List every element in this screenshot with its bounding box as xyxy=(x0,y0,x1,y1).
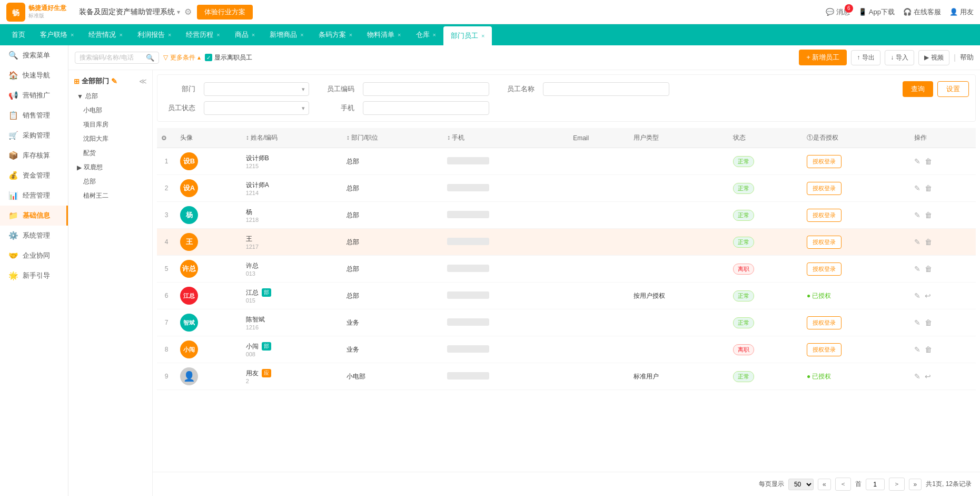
close-icon[interactable]: × xyxy=(398,32,401,38)
tab-history[interactable]: 经营历程 × xyxy=(179,24,227,45)
edit-icon[interactable]: ✎ xyxy=(914,318,920,327)
col-settings[interactable]: ⚙ xyxy=(157,128,176,148)
sidebar-item-sales[interactable]: 📋 销售管理 xyxy=(0,105,68,125)
system-title-dropdown-icon[interactable]: ▾ xyxy=(177,8,180,16)
edit-icon[interactable]: ✎ xyxy=(914,291,920,300)
tab-department[interactable]: 部门员工 × xyxy=(443,26,492,45)
edit-icon[interactable]: ✎ xyxy=(914,211,920,219)
delete-icon[interactable]: 🗑 xyxy=(925,345,932,354)
next-page-btn[interactable]: ＞ xyxy=(889,478,905,491)
restore-icon[interactable]: ↩ xyxy=(925,372,931,381)
query-button[interactable]: 查询 xyxy=(903,81,933,97)
search-input[interactable] xyxy=(80,54,143,61)
emp-name-input[interactable] xyxy=(543,82,669,96)
delete-icon[interactable]: 🗑 xyxy=(925,318,932,327)
close-icon[interactable]: × xyxy=(71,32,74,38)
dept-select[interactable] xyxy=(204,82,309,96)
tab-add-goods[interactable]: 新增商品 × xyxy=(262,24,311,45)
tab-bom[interactable]: 物料清单 × xyxy=(360,24,408,45)
set-button[interactable]: 设置 xyxy=(937,81,969,97)
trial-button[interactable]: 体验行业方案 xyxy=(197,5,253,20)
sidebar-item-purchase[interactable]: 🛒 采购管理 xyxy=(0,125,68,145)
auth-login-btn[interactable]: 授权登录 xyxy=(807,262,842,276)
auth-login-btn[interactable]: 授权登录 xyxy=(807,343,842,356)
restore-icon[interactable]: ↩ xyxy=(925,291,931,300)
tab-profit[interactable]: 利润报告 × xyxy=(130,24,179,45)
phone-input[interactable] xyxy=(363,101,489,115)
help-label[interactable]: 帮助 xyxy=(960,53,974,62)
auth-login-btn[interactable]: 授权登录 xyxy=(807,236,842,249)
delete-icon[interactable]: 🗑 xyxy=(925,265,932,273)
app-download-btn[interactable]: 📱 App下载 xyxy=(858,7,895,17)
first-page-btn[interactable]: « xyxy=(818,479,831,490)
dept-item-zhishu[interactable]: 植树王二 xyxy=(68,189,152,203)
delete-icon[interactable]: 🗑 xyxy=(925,157,932,166)
col-name[interactable]: ↕ 姓名/编码 xyxy=(242,128,342,148)
delete-icon[interactable]: 🗑 xyxy=(925,184,932,192)
dept-item-zongbu-parent[interactable]: ▼ 总部 xyxy=(68,89,152,103)
gear-icon[interactable]: ⚙ xyxy=(184,7,192,17)
sidebar-item-system[interactable]: ⚙️ 系统管理 xyxy=(0,226,68,246)
tab-barcode[interactable]: 条码方案 × xyxy=(311,24,360,45)
close-icon-active[interactable]: × xyxy=(481,33,484,39)
delete-icon[interactable]: 🗑 xyxy=(925,211,932,219)
sidebar-item-marketing[interactable]: 📢 营销推广 xyxy=(0,85,68,105)
edit-icon[interactable]: ✎ xyxy=(914,372,920,381)
dept-item-xiaodian[interactable]: 小电部 xyxy=(68,103,152,118)
edit-icon[interactable]: ✎ xyxy=(914,184,920,192)
dept-item-zongbu2[interactable]: 总部 xyxy=(68,174,152,189)
auth-login-btn[interactable]: 授权登录 xyxy=(807,182,842,195)
dept-item-peihuo[interactable]: 配货 xyxy=(68,146,152,160)
edit-icon[interactable]: ✎ xyxy=(914,345,920,354)
edit-icon[interactable]: ✎ xyxy=(914,265,920,273)
edit-icon[interactable]: ✎ xyxy=(914,157,920,166)
emp-code-input[interactable] xyxy=(363,82,489,96)
dept-collapse-icon[interactable]: ≪ xyxy=(139,77,147,85)
add-employee-button[interactable]: + 新增员工 xyxy=(799,50,847,65)
import-button[interactable]: ↓ 导入 xyxy=(885,50,914,65)
close-icon[interactable]: × xyxy=(252,32,255,38)
close-icon[interactable]: × xyxy=(119,32,122,38)
delete-icon[interactable]: 🗑 xyxy=(925,238,932,246)
tab-operation[interactable]: 经营情况 × xyxy=(81,24,130,45)
prev-page-btn[interactable]: ＜ xyxy=(835,478,851,491)
per-page-select[interactable]: 50 xyxy=(788,479,814,490)
message-icon-wrap[interactable]: 💬 6 消息 xyxy=(826,7,850,17)
export-button[interactable]: ↑ 导出 xyxy=(851,50,880,65)
tab-goods[interactable]: 商品 × xyxy=(227,24,262,45)
col-phone[interactable]: ↕ 手机 xyxy=(443,128,569,148)
sidebar-item-operations[interactable]: 📊 经营管理 xyxy=(0,186,68,206)
close-icon[interactable]: × xyxy=(349,32,352,38)
resigned-checkbox-input[interactable]: ✓ xyxy=(205,54,212,61)
tab-customer[interactable]: 客户联络 × xyxy=(33,24,81,45)
emp-status-select[interactable] xyxy=(204,101,309,115)
close-icon[interactable]: × xyxy=(433,32,436,38)
edit-icon[interactable]: ✎ xyxy=(914,238,920,246)
dept-item-shenyang[interactable]: 沈阳大库 xyxy=(68,132,152,146)
auth-login-btn[interactable]: 授权登录 xyxy=(807,209,842,222)
col-dept[interactable]: ↕ 部门/职位 xyxy=(342,128,443,148)
close-icon[interactable]: × xyxy=(168,32,171,38)
sidebar-item-inventory[interactable]: 📦 库存核算 xyxy=(0,145,68,166)
sidebar-item-quicknav[interactable]: 🏠 快速导航 xyxy=(0,65,68,85)
video-button[interactable]: ▶ 视频 xyxy=(918,50,949,65)
auth-login-btn[interactable]: 授权登录 xyxy=(807,316,842,329)
dept-item-xiangmu[interactable]: 项目库房 xyxy=(68,118,152,132)
tab-home[interactable]: 首页 xyxy=(4,24,33,45)
sidebar-item-guide[interactable]: 🌟 新手引导 xyxy=(0,266,68,286)
user-avatar[interactable]: 👤 用友 xyxy=(949,7,974,17)
show-resigned-checkbox[interactable]: ✓ 显示离职员工 xyxy=(205,53,252,62)
online-service-btn[interactable]: 🎧 在线客服 xyxy=(903,7,941,17)
sidebar-item-collab[interactable]: 🤝 企业协同 xyxy=(0,246,68,266)
dept-item-shuanglu[interactable]: ▶ 双鹿想 xyxy=(68,160,152,174)
dept-edit-icon[interactable]: ✎ xyxy=(111,77,117,85)
auth-login-btn[interactable]: 授权登录 xyxy=(807,155,842,168)
close-icon[interactable]: × xyxy=(216,32,220,38)
page-number-input[interactable] xyxy=(866,479,885,490)
tab-warehouse[interactable]: 仓库 × xyxy=(409,24,443,45)
last-page-btn[interactable]: » xyxy=(909,479,922,490)
more-filter-btn[interactable]: ▽ 更多条件 ▴ xyxy=(163,53,201,62)
close-icon[interactable]: × xyxy=(300,32,303,38)
sidebar-item-search[interactable]: 🔍 搜索菜单 xyxy=(0,45,68,65)
sidebar-item-basics[interactable]: 📁 基础信息 xyxy=(0,206,68,226)
